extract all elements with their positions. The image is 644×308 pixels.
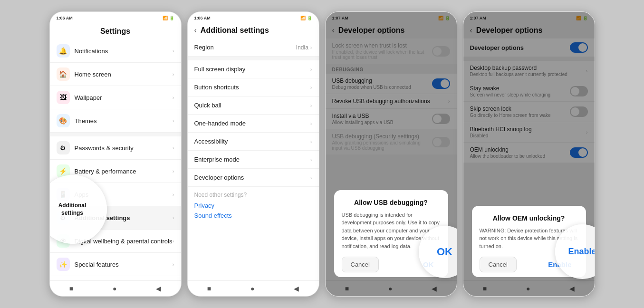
additional-screen: ‹ Additional settings Region India › Ful… [188, 22, 319, 280]
enterprise-chevron: › [310, 157, 312, 163]
themes-icon: 🎨 [57, 114, 70, 127]
phone-frame-settings: 1:06 AM 📶 🔋 Settings 🔔 Notifications › 🏠… [49, 11, 182, 297]
one-handed-chevron: › [310, 121, 312, 126]
fullscreen-label: Full screen display [194, 66, 310, 73]
battery-icon-2: 🔋 [307, 16, 312, 20]
settings-item-passwords[interactable]: ⚙ Passwords & security › [50, 136, 181, 160]
nav-square-1[interactable]: ■ [69, 285, 73, 292]
one-handed-row[interactable]: One-handed mode › [188, 115, 319, 133]
wifi-icon: 📶 [163, 16, 168, 20]
oem-cancel-button[interactable]: Cancel [480, 257, 517, 272]
special-icon: ✨ [57, 258, 70, 271]
quick-ball-label: Quick ball [194, 102, 310, 109]
settings-item-special[interactable]: ✨ Special features › [50, 253, 181, 276]
region-label: Region [194, 44, 296, 51]
one-handed-label: One-handed mode [194, 120, 310, 127]
region-value: India [296, 44, 308, 51]
enterprise-row[interactable]: Enterprise mode › [188, 151, 319, 169]
settings-item-notifications[interactable]: 🔔 Notifications › [50, 39, 181, 63]
passwords-label: Passwords & security [75, 144, 173, 152]
status-bar-1: 1:06 AM 📶 🔋 [50, 12, 181, 22]
nav-bar-1: ■ ● ◀ [50, 280, 181, 296]
quick-ball-row[interactable]: Quick ball › [188, 96, 319, 115]
accessibility-row[interactable]: Accessibility › [188, 133, 319, 151]
passwords-chevron: › [173, 145, 174, 151]
privacy-link[interactable]: Privacy [194, 202, 312, 209]
phone-frame-dev2: 1:07 AM 📶 🔋 ‹ Developer options Develope… [463, 11, 595, 297]
settings-item-homescreen[interactable]: 🏠 Home screen › [50, 63, 181, 86]
time-1: 1:06 AM [57, 16, 73, 20]
usb-dialog-title: Allow USB debugging? [342, 199, 441, 206]
fullscreen-chevron: › [310, 67, 312, 72]
fullscreen-row[interactable]: Full screen display › [188, 60, 319, 78]
developer-options-chevron: › [310, 175, 312, 181]
button-shortcuts-label: Button shortcuts [194, 84, 310, 91]
region-chevron: › [310, 45, 312, 50]
passwords-icon: ⚙ [57, 141, 70, 154]
time-2: 1:06 AM [194, 16, 211, 20]
battery-icon: 🔋 [169, 16, 174, 20]
additional-chevron: › [173, 215, 174, 221]
footer-links: Need other settings? Privacy Sound effec… [188, 187, 319, 227]
phone-frame-dev1: 1:07 AM 📶 🔋 ‹ Developer options Lock scr… [325, 11, 457, 297]
additional-header: ‹ Additional settings [188, 22, 319, 38]
phone-frame-additional: 1:06 AM 📶 🔋 ‹ Additional settings Region… [187, 11, 319, 297]
usb-cancel-button[interactable]: Cancel [342, 257, 379, 272]
settings-title: Settings [50, 22, 181, 39]
button-shortcuts-row[interactable]: Button shortcuts › [188, 78, 319, 96]
nav-bar-2: ■ ● ◀ [188, 280, 319, 296]
enterprise-label: Enterprise mode [194, 156, 310, 163]
themes-chevron: › [173, 118, 174, 124]
region-row[interactable]: Region India › [188, 38, 319, 57]
screens-container: 1:06 AM 📶 🔋 Settings 🔔 Notifications › 🏠… [40, 2, 605, 306]
button-shortcuts-chevron: › [310, 85, 312, 90]
accessibility-label: Accessibility [194, 138, 310, 145]
additional-title: Additional settings [201, 26, 269, 35]
accessibility-chevron: › [310, 139, 312, 144]
wallpaper-chevron: › [173, 95, 174, 100]
special-label: Special features [75, 261, 173, 268]
digital-chevron: › [173, 238, 174, 244]
settings-item-themes[interactable]: 🎨 Themes › [50, 109, 181, 133]
nav-square-2[interactable]: ■ [207, 285, 211, 292]
sound-effects-link[interactable]: Sound effects [194, 212, 312, 219]
notifications-icon: 🔔 [57, 44, 70, 58]
footer-hint: Need other settings? [194, 192, 312, 198]
apps-chevron: › [173, 192, 174, 197]
developer-options-label: Developer options [194, 174, 310, 181]
wallpaper-icon: 🖼 [57, 91, 70, 104]
separator-1 [50, 133, 181, 136]
battery-label: Battery & performance [75, 168, 173, 175]
settings-list: 🔔 Notifications › 🏠 Home screen › 🖼 Wall… [50, 39, 181, 280]
oem-dialog-title: Allow OEM unlocking? [480, 214, 578, 222]
notifications-chevron: › [173, 48, 174, 54]
settings-item-wallpaper[interactable]: 🖼 Wallpaper › [50, 86, 181, 109]
homescreen-icon: 🏠 [57, 67, 70, 81]
battery-chevron: › [173, 168, 174, 174]
developer-options-row[interactable]: Developer options › [188, 169, 319, 187]
nav-circle-2[interactable]: ● [250, 285, 254, 292]
notifications-label: Notifications [75, 48, 173, 55]
homescreen-chevron: › [173, 71, 174, 77]
nav-back-2[interactable]: ◀ [294, 285, 299, 292]
nav-back-1[interactable]: ◀ [156, 285, 161, 292]
separator-2 [188, 57, 319, 60]
wallpaper-label: Wallpaper [75, 94, 173, 101]
homescreen-label: Home screen [75, 71, 173, 78]
status-icons-1: 📶 🔋 [163, 16, 174, 20]
wifi-icon-2: 📶 [300, 16, 306, 20]
nav-circle-1[interactable]: ● [113, 285, 116, 292]
status-bar-2: 1:06 AM 📶 🔋 [188, 12, 319, 22]
quick-ball-chevron: › [310, 103, 312, 108]
themes-label: Themes [75, 117, 173, 125]
special-chevron: › [173, 261, 174, 267]
status-icons-2: 📶 🔋 [300, 16, 312, 20]
back-btn-2[interactable]: ‹ [194, 26, 197, 35]
